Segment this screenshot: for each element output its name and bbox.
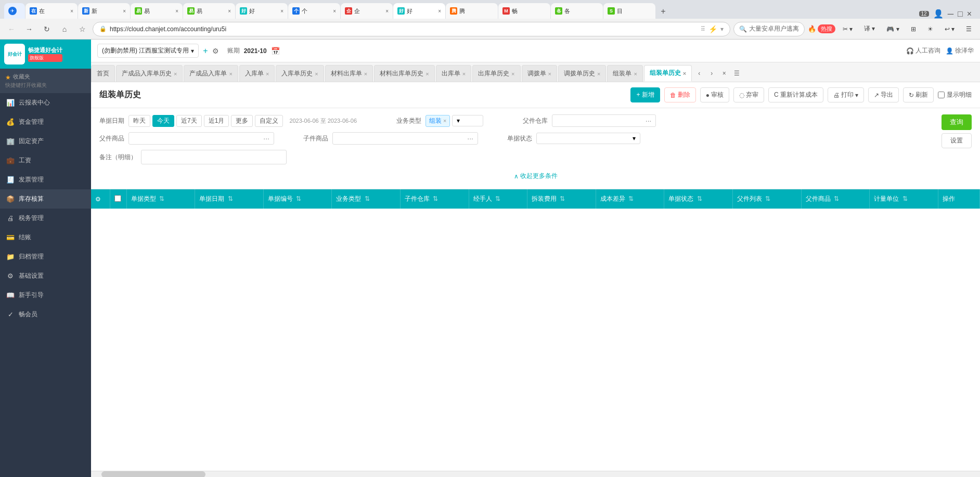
page-tab-7[interactable]: 出库单 × [436, 65, 471, 82]
tab-close-icon[interactable]: × [425, 71, 429, 77]
home-button[interactable]: ⌂ [57, 22, 72, 36]
company-selector[interactable]: (勿删勿禁用) 江西服宝测试专用 ▾ [97, 44, 199, 58]
tab-close-icon[interactable]: × [634, 71, 637, 77]
yesterday-btn[interactable]: 昨天 [128, 115, 150, 127]
tab-nav-close[interactable]: × [718, 65, 730, 82]
new-tab-button[interactable]: + [656, 4, 670, 19]
page-tab-12[interactable]: 组装单历史 × [644, 65, 692, 82]
page-tab-10[interactable]: 调拨单历史 × [558, 65, 606, 82]
browser-tab-2[interactable]: 新 新 × [78, 3, 130, 19]
browser-tab-7[interactable]: 企 企 × [341, 3, 393, 19]
browser-tab-12[interactable]: S 目 [603, 3, 655, 19]
maximize-btn[interactable]: □ [958, 9, 963, 19]
tab-close-6[interactable]: × [333, 8, 336, 14]
lightning-icon[interactable]: ⚡ [708, 25, 717, 33]
col-header-parent-list[interactable]: 父件列表 ⇅ [732, 189, 801, 209]
menu-tool[interactable]: ☰ [962, 23, 976, 35]
profile-icon[interactable]: 👤 [933, 9, 944, 19]
sidebar-item-assets[interactable]: 🏢 固定资产 [0, 132, 91, 151]
status-select[interactable]: ▾ [536, 133, 640, 144]
abandon-button[interactable]: ◌ 弃审 [733, 87, 764, 102]
audit-button[interactable]: ● 审核 [700, 87, 729, 102]
browser-tab-8[interactable]: 好 好 × [393, 3, 445, 19]
tab-close-icon[interactable]: × [683, 70, 686, 76]
tab-close-7[interactable]: × [385, 8, 389, 14]
col-header-parent-goods[interactable]: 父件商品 ⇅ [801, 189, 870, 209]
display-toggle[interactable]: 显示明细 [938, 91, 972, 99]
page-tab-1[interactable]: 产成品入库单历史 × [116, 65, 183, 82]
search-bar[interactable]: 🔍 大量安卓用户逃离 [733, 22, 805, 36]
browser-tab-6[interactable]: 个 个 × [288, 3, 340, 19]
tab-nav-right[interactable]: › [705, 65, 718, 82]
search-button[interactable]: 查询 [942, 114, 972, 130]
tab-nav-left[interactable]: ‹ [693, 65, 705, 82]
url-bar[interactable]: 🔒 https://cloud.chanjet.com/accounting/u… [93, 22, 730, 36]
calendar-icon[interactable]: 📅 [271, 47, 280, 55]
user-btn[interactable]: 👤 徐泽华 [946, 46, 974, 55]
cut-tool[interactable]: ✂ ▾ [839, 23, 857, 35]
translate-tool[interactable]: 译 ▾ [860, 22, 879, 35]
sidebar-item-settings[interactable]: ⚙ 基础设置 [0, 266, 91, 286]
dots-icon[interactable]: ··· [467, 134, 473, 143]
dots-icon[interactable]: ··· [646, 117, 652, 125]
recalc-button[interactable]: C 重新计算成本 [768, 87, 823, 102]
sidebar-item-invoice[interactable]: 🧾 发票管理 [0, 170, 91, 189]
page-tab-4[interactable]: 入库单历史 × [276, 65, 324, 82]
grid-tool[interactable]: ⊞ [907, 23, 920, 35]
business-type-select[interactable]: ▾ [452, 115, 483, 126]
favorites-subtitle[interactable]: 快捷键打开收藏夹 [5, 82, 86, 89]
browser-tab-5[interactable]: 好 好 × [236, 3, 288, 19]
page-tab-11[interactable]: 组装单 × [607, 65, 642, 82]
delete-button[interactable]: 🗑 删除 [664, 87, 696, 102]
select-all-checkbox[interactable] [114, 195, 121, 202]
browser-tab-10[interactable]: M 畅 [498, 3, 550, 19]
sidebar-item-reports[interactable]: 📊 云报表中心 [0, 93, 91, 112]
display-checkbox[interactable] [938, 92, 945, 98]
sidebar-item-funds[interactable]: 💰 资金管理 [0, 112, 91, 132]
sidebar-item-vip[interactable]: ✓ 畅会员 [0, 305, 91, 324]
browser-tab-1[interactable]: 在 在 × [25, 3, 78, 19]
tab-close-icon[interactable]: × [548, 71, 551, 77]
tab-close-icon[interactable]: × [364, 71, 367, 77]
col-header-cost-diff[interactable]: 成本差异 ⇅ [596, 189, 664, 209]
close-btn[interactable]: × [967, 9, 972, 19]
col-header-checkbox[interactable] [110, 189, 126, 209]
col-header-settings[interactable]: ⚙ [91, 189, 110, 209]
sidebar-item-tax[interactable]: 🖨 税务管理 [0, 209, 91, 228]
sidebar-item-guide[interactable]: 📖 新手引导 [0, 286, 91, 305]
col-header-dismantle[interactable]: 拆装费用 ⇅ [527, 189, 596, 209]
tab-close-1[interactable]: × [70, 8, 73, 14]
sidebar-item-archive[interactable]: 📁 归档管理 [0, 247, 91, 266]
tab-close-8[interactable]: × [438, 8, 441, 14]
dots-icon[interactable]: ··· [263, 134, 269, 143]
page-tab-5[interactable]: 材料出库单 × [325, 65, 373, 82]
custom-btn[interactable]: 自定义 [255, 115, 283, 127]
col-header-unit[interactable]: 计量单位 ⇅ [870, 189, 938, 209]
print-button[interactable]: 🖨 打印 ▾ [828, 87, 864, 102]
browser-tab-0[interactable]: ✈ [4, 3, 25, 19]
tab-nav-menu[interactable]: ☰ [730, 65, 743, 82]
page-tab-8[interactable]: 出库单历史 × [472, 65, 520, 82]
tab-close-icon[interactable]: × [266, 71, 269, 77]
back-button[interactable]: ← [4, 22, 19, 36]
page-tab-3[interactable]: 入库单 × [239, 65, 275, 82]
bookmark-button[interactable]: ☆ [75, 22, 89, 36]
col-header-date[interactable]: 单据日期 ⇅ [195, 189, 264, 209]
add-company-btn[interactable]: + [203, 46, 208, 56]
sidebar-item-inventory[interactable]: 📦 库存核算 [0, 189, 91, 209]
parent-warehouse-select[interactable]: ··· [552, 114, 656, 127]
col-header-status[interactable]: 单据状态 ⇅ [664, 189, 733, 209]
tab-close-icon[interactable]: × [174, 71, 177, 77]
settings-btn[interactable]: ⚙ [212, 47, 219, 55]
browser-tab-4[interactable]: 易 易 × [183, 3, 235, 19]
tab-close-icon[interactable]: × [315, 71, 318, 77]
sidebar-item-payroll[interactable]: 💼 工资 [0, 151, 91, 170]
col-header-handler[interactable]: 经手人 ⇅ [469, 189, 527, 209]
more-btn[interactable]: 更多 [231, 115, 253, 127]
remarks-input[interactable] [141, 150, 287, 164]
minimize-btn[interactable]: ─ [948, 9, 953, 19]
forward-button[interactable]: → [22, 22, 36, 36]
tab-close-2[interactable]: × [123, 8, 126, 14]
undo-tool[interactable]: ↩ ▾ [940, 23, 959, 35]
browser-tab-11[interactable]: 各 各 [551, 3, 603, 19]
